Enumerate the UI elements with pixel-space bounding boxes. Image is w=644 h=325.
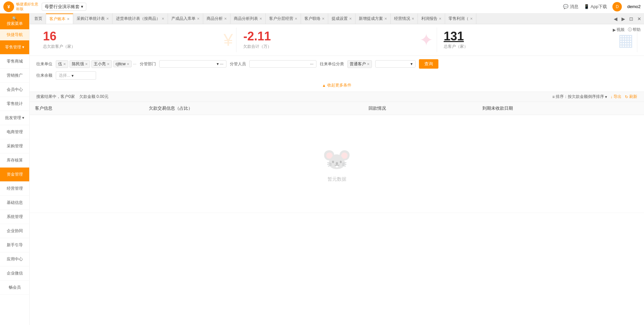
tab-expand-button[interactable]: ⊡ xyxy=(628,15,635,22)
messages-button[interactable]: 💬 消息 xyxy=(563,4,578,10)
tab-customer-contact[interactable]: 客户联络 ✕ xyxy=(301,13,328,24)
tag-remove-chen[interactable]: ✕ xyxy=(85,62,88,66)
tab-profit-report[interactable]: 利润报告 ✕ xyxy=(418,13,445,24)
sidebar-item-basic-info[interactable]: 基础信息 xyxy=(0,196,29,210)
tab-close-icon[interactable]: ✕ xyxy=(162,17,164,21)
query-button[interactable]: 查询 xyxy=(419,59,438,69)
sidebar-item-capital-mgmt[interactable]: 资金管理 xyxy=(0,168,29,182)
tab-commission-setting[interactable]: 提成设置 ✕ xyxy=(328,13,355,24)
tab-customer-layer[interactable]: 客户分层经营 ✕ xyxy=(266,13,301,24)
tab-close-icon[interactable]: ✕ xyxy=(349,17,352,21)
sidebar-menu: 零售管理 ▾ 零售商城 营销推广 会员中心 零售统计 批发管理 ▾ xyxy=(0,40,29,325)
tab-close-icon[interactable]: ✕ xyxy=(197,17,200,21)
filter-tag-chen: 陈民强 ✕ xyxy=(70,60,90,68)
tab-home[interactable]: 首页 xyxy=(31,13,46,24)
tab-close-icon[interactable]: ✕ xyxy=(106,17,109,21)
result-bar: 搜索结果中，客户0家 欠款金额 0.00元 ≡ 排序：按欠款金额倒序排序 ▾ ↓… xyxy=(30,92,644,102)
tab-close-icon[interactable]: ✕ xyxy=(439,17,441,21)
sidebar-item-operations[interactable]: 经营管理 xyxy=(0,182,29,196)
tab-purchase-stats-by-product[interactable]: 进货单统计表（按商品） ✕ xyxy=(113,13,168,24)
video-link[interactable]: ▶ 视频 xyxy=(613,27,625,33)
tab-controls: ◀ ▶ ⊡ ✕ xyxy=(612,15,643,22)
sidebar-item-wholesale-mgmt[interactable]: 批发管理 ▾ xyxy=(0,111,29,125)
tab-product-analysis[interactable]: 商品分析 ✕ xyxy=(203,13,230,24)
tab-close-icon[interactable]: ✕ xyxy=(67,17,70,21)
sidebar-item-system[interactable]: 系统管理 xyxy=(0,210,29,224)
sidebar-item-retail-mgmt[interactable]: 零售管理 ▾ xyxy=(0,40,29,55)
tab-prev-button[interactable]: ◀ xyxy=(612,15,619,22)
sidebar-item-ecommerce[interactable]: 电商管理 xyxy=(0,125,29,139)
category-filter-dropdown[interactable]: ▾ xyxy=(375,60,416,68)
sidebar-quick-nav[interactable]: 快捷导航 xyxy=(0,29,29,40)
unit-filter-label: 往来单位 xyxy=(36,61,52,67)
collapse-button[interactable]: ▲ 收起更多条件 xyxy=(36,82,637,88)
sidebar-item-retail-mall[interactable]: 零售商城 xyxy=(0,55,29,69)
tag-remove-wu[interactable]: ✕ xyxy=(63,62,66,66)
sidebar-item-guide[interactable]: 新手引导 xyxy=(0,238,29,252)
col-debt-info: 欠款交易信息（占比） xyxy=(143,102,363,115)
unit-filter-tags: 伍 ✕ 陈民强 ✕ 王小亮 ✕ xyxy=(56,60,136,68)
category-filter-label: 往来单位分类 xyxy=(320,61,344,67)
sidebar-item-inventory[interactable]: 库存核算 xyxy=(0,153,29,168)
tag-remove-wang[interactable]: ✕ xyxy=(107,62,110,66)
tab-close-icon[interactable]: ✕ xyxy=(412,17,414,21)
ellipsis-icon: ··· xyxy=(310,62,313,66)
filter-more-btn[interactable]: ··· xyxy=(133,62,136,66)
chevron-down-icon: ▾ xyxy=(411,62,413,66)
tab-purchase-order-stats[interactable]: 采购订单统计表 ✕ xyxy=(73,13,113,24)
tab-close-all-button[interactable]: ✕ xyxy=(636,15,643,22)
logo-text: 畅捷通好生意 标版 xyxy=(16,2,38,11)
sidebar-item-member[interactable]: 畅会员 xyxy=(0,281,29,295)
refresh-button[interactable]: ↻ 刷新 xyxy=(625,94,637,100)
avatar[interactable]: D xyxy=(612,2,622,11)
stat-block-total-customers: ▦ 131 总客户（家） xyxy=(437,28,637,52)
export-icon: ↓ xyxy=(610,95,612,99)
category-filter-tags: 普通客户 ✕ xyxy=(347,60,372,68)
tab-close-icon[interactable]: ✕ xyxy=(259,17,262,21)
sidebar-item-retail-stats[interactable]: 零售统计 xyxy=(0,97,29,111)
empty-state: 🐭 暂元数据 xyxy=(35,118,639,209)
stat-block-customers: ¥ 16 总欠款客户（家） xyxy=(36,28,237,52)
top-links: ▶ 视频 ⓘ 帮助 xyxy=(613,27,641,33)
tab-retail-profit[interactable]: 零售利润（ ✕ xyxy=(445,13,476,24)
sidebar-item-app-center[interactable]: 应用中心 xyxy=(0,252,29,266)
filter-row-1: 往来单位 伍 ✕ 陈民强 ✕ 王小亮 xyxy=(36,59,637,69)
chevron-down-icon: ▾ xyxy=(81,4,83,9)
balance-filter-label: 往来余额 xyxy=(36,73,52,78)
tab-close-icon[interactable]: ✕ xyxy=(295,17,297,21)
tab-operation-status[interactable]: 经营情况 ✕ xyxy=(391,13,418,24)
col-repayment: 回款情况 xyxy=(363,102,477,115)
filter-tag-wu: 伍 ✕ xyxy=(56,60,68,68)
sidebar-item-member-center[interactable]: 会员中心 xyxy=(0,83,29,97)
tab-add-commission[interactable]: 新增提成方案 ✕ xyxy=(355,13,391,24)
dept-filter-select[interactable]: ▾ ··· xyxy=(159,60,226,68)
sidebar-item-purchase[interactable]: 采购管理 xyxy=(0,139,29,153)
data-table: 客户信息 欠款交易信息（占比） 回款情况 到期未收款日期 xyxy=(30,102,644,213)
play-icon: ▶ xyxy=(613,28,616,32)
sidebar-item-enterprise[interactable]: 企业协同 xyxy=(0,224,29,238)
balance-filter-select[interactable]: 选择... ▾ xyxy=(56,71,96,80)
app-download-button[interactable]: 📱 App下载 xyxy=(584,4,607,10)
tag-remove-normal[interactable]: ✕ xyxy=(367,62,370,66)
tag-remove-cjttcw[interactable]: ✕ xyxy=(127,62,129,66)
tab-close-icon[interactable]: ✕ xyxy=(384,17,387,21)
tab-close-icon[interactable]: ✕ xyxy=(224,17,227,21)
sidebar-search[interactable]: 🔍 搜索菜单 xyxy=(0,13,29,29)
person-filter-select[interactable]: ··· xyxy=(249,60,316,68)
tab-close-icon[interactable]: ✕ xyxy=(470,17,473,21)
result-summary: 搜索结果中，客户0家 欠款金额 0.00元 xyxy=(36,94,109,100)
tab-product-inbound[interactable]: 产成品入库单 ✕ xyxy=(168,13,203,24)
store-select[interactable]: 母婴行业演示账套 ▾ xyxy=(42,3,86,11)
sort-select[interactable]: ≡ 排序：按欠款金额倒序排序 ▾ xyxy=(552,94,607,100)
export-button[interactable]: ↓ 导出 xyxy=(610,94,621,100)
stat-bg-star-icon: ✦ xyxy=(419,30,433,50)
sidebar-item-wechat[interactable]: 企业微信 xyxy=(0,266,29,281)
chevron-up-icon: ▲ xyxy=(322,83,326,88)
tab-close-icon[interactable]: ✕ xyxy=(322,17,325,21)
help-link[interactable]: ⓘ 帮助 xyxy=(628,27,641,33)
tab-customer-ledger[interactable]: 客户账本 ✕ xyxy=(46,13,73,24)
header-right: 💬 消息 📱 App下载 D demo2 xyxy=(563,2,641,11)
tab-next-button[interactable]: ▶ xyxy=(620,15,627,22)
tab-product-analysis-list[interactable]: 商品分析列表 ✕ xyxy=(230,13,266,24)
sidebar-item-marketing[interactable]: 营销推广 xyxy=(0,69,29,83)
